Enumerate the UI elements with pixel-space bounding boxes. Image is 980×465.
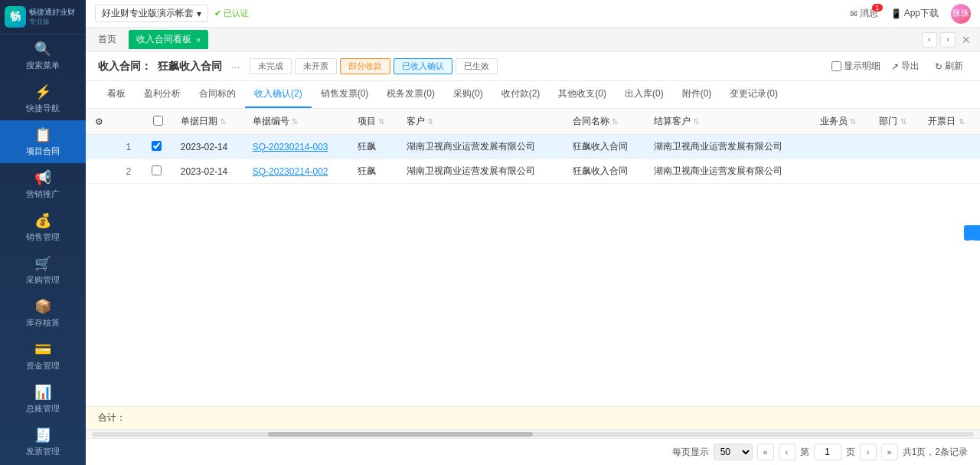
page-size-select[interactable]: 20 50 100 (714, 444, 753, 460)
status-btn-3[interactable]: 已收入确认 (394, 58, 452, 74)
cell-salesperson-1 (812, 159, 872, 184)
col-salesperson[interactable]: 业务员 ⇅ (812, 109, 872, 135)
col-code[interactable]: 单据编号 ⇅ (245, 109, 350, 135)
code-link-1[interactable]: SQ-20230214-002 (253, 166, 328, 177)
cell-department-1 (871, 159, 920, 184)
code-link-0[interactable]: SQ-20230214-003 (253, 142, 328, 152)
app-logo: 畅 畅捷通好业财 专业版 (0, 0, 86, 34)
sidebar-item-5[interactable]: 🛒采购管理 (0, 249, 86, 292)
scroll-indicator[interactable] (86, 429, 980, 438)
row-checkbox-0[interactable] (152, 141, 162, 151)
col-settings[interactable]: ⚙ (86, 109, 113, 135)
status-btn-1[interactable]: 未开票 (295, 58, 337, 74)
status-btn-2[interactable]: 部分收款 (340, 58, 390, 74)
sidebar-item-6[interactable]: 📦库存核算 (0, 292, 86, 335)
col-department[interactable]: 部门 ⇅ (871, 109, 920, 135)
message-action[interactable]: ✉ 消息 1 (850, 7, 878, 20)
refresh-btn[interactable]: ↻ 刷新 (930, 58, 968, 74)
cell-num-1: 2 (113, 159, 144, 184)
sidebar-item-0[interactable]: 🔍搜索菜单 (0, 34, 86, 77)
sidebar-item-4[interactable]: 💰销售管理 (0, 206, 86, 249)
subtabs: 看板盈利分析合同标的收入确认(2)销售发票(0)税务发票(0)采购(0)收付款(… (86, 81, 980, 109)
page-input[interactable] (814, 444, 841, 460)
sort-salesperson-icon: ⇅ (850, 117, 856, 126)
home-tab[interactable]: 首页 (92, 33, 122, 46)
subtab-10[interactable]: 附件(0) (673, 81, 721, 108)
per-page-label: 每页显示 (672, 446, 709, 459)
status-btn-4[interactable]: 已生效 (456, 58, 498, 74)
next-page-btn[interactable]: › (860, 444, 877, 460)
next-tab-btn[interactable]: › (940, 32, 956, 47)
refresh-label: 刷新 (945, 60, 963, 73)
sidebar-item-1[interactable]: ⚡快捷导航 (0, 77, 86, 120)
col-open-date[interactable]: 开票日 ⇅ (920, 109, 980, 135)
more-btn[interactable]: ··· (228, 61, 243, 73)
col-customer-label: 客户 (407, 116, 425, 126)
company-select[interactable]: 好业财专业版演示帐套 ▾ (95, 5, 208, 22)
sidebar-item-2[interactable]: 📋项目合同 (0, 120, 86, 163)
sidebar-item-9[interactable]: 🧾发票管理 (0, 421, 86, 463)
scroll-thumb[interactable] (268, 432, 533, 437)
cell-check-1[interactable] (144, 159, 173, 184)
avatar: 珠珠 (951, 4, 971, 24)
table-area: ⚙ 单据日期 ⇅ 单据编号 ⇅ 项目 ⇅ 客户 ⇅ 合同名称 ⇅ 结算客户 ⇅ … (86, 109, 980, 406)
col-settlement[interactable]: 结算客户 ⇅ (646, 109, 812, 135)
sort-date-icon: ⇅ (220, 117, 226, 126)
cell-department-0 (871, 135, 920, 159)
message-icon: ✉ (850, 8, 858, 19)
user-action[interactable]: 珠珠 (951, 4, 971, 24)
cell-code-0[interactable]: SQ-20230214-003 (245, 135, 350, 159)
show-detail-checkbox[interactable] (831, 61, 841, 71)
prev-page-btn[interactable]: ‹ (779, 444, 795, 460)
subtab-1[interactable]: 盈利分析 (135, 81, 190, 108)
last-page-btn[interactable]: » (881, 444, 898, 460)
table-row-1[interactable]: 2 2023-02-14 SQ-20230214-002 狂飙 湖南卫视商业运营… (86, 159, 980, 184)
subtab-2[interactable]: 合同标的 (190, 81, 245, 108)
scroll-track[interactable] (92, 432, 974, 437)
cell-customer-0: 湖南卫视商业运营发展有限公司 (399, 135, 565, 159)
col-date[interactable]: 单据日期 ⇅ (173, 109, 245, 135)
active-tab[interactable]: 收入合同看板 × (129, 30, 208, 49)
sidebar-label-0: 搜索菜单 (26, 60, 60, 71)
select-all-checkbox[interactable] (153, 116, 163, 126)
sidebar-item-8[interactable]: 📊总账管理 (0, 378, 86, 421)
status-btn-0[interactable]: 未完成 (250, 58, 292, 74)
app-type: 专业版 (29, 17, 75, 27)
subtab-6[interactable]: 采购(0) (444, 81, 492, 108)
col-customer[interactable]: 客户 ⇅ (399, 109, 565, 135)
right-edge-btn[interactable]: 快捷操作 (964, 225, 980, 241)
first-page-btn[interactable]: « (757, 444, 774, 460)
subtab-7[interactable]: 收付款(2) (492, 81, 550, 108)
export-btn[interactable]: ↗ 导出 (887, 58, 924, 74)
cell-code-1[interactable]: SQ-20230214-002 (245, 159, 350, 184)
sidebar-item-3[interactable]: 📢营销推广 (0, 163, 86, 206)
close-window-btn[interactable]: ✕ (959, 32, 974, 47)
refresh-icon: ↻ (935, 61, 942, 72)
topbar-left: 好业财专业版演示帐套 ▾ ✔ 已认证 (95, 5, 249, 22)
subtab-4[interactable]: 销售发票(0) (312, 81, 378, 108)
cell-date-1: 2023-02-14 (173, 159, 245, 184)
row-checkbox-1[interactable] (152, 165, 162, 175)
sort-customer-icon: ⇅ (427, 117, 433, 126)
sidebar-icon-2: 📋 (34, 126, 51, 143)
prev-tab-btn[interactable]: ‹ (922, 32, 937, 47)
cell-open-date-1 (920, 159, 980, 184)
show-detail-label: 显示明细 (844, 60, 880, 73)
col-check[interactable] (144, 109, 173, 135)
cell-check-0[interactable] (144, 135, 173, 159)
subtab-5[interactable]: 税务发票(0) (377, 81, 444, 108)
sidebar-item-7[interactable]: 💳资金管理 (0, 335, 86, 378)
col-project[interactable]: 项目 ⇅ (350, 109, 399, 135)
app-download-action[interactable]: 📱 App下载 (890, 7, 939, 20)
show-detail-toggle[interactable]: 显示明细 (831, 60, 880, 73)
sort-department-icon: ⇅ (900, 117, 906, 126)
total-row: 合计： (86, 406, 980, 429)
tab-close-btn[interactable]: × (196, 35, 201, 44)
subtab-11[interactable]: 变更记录(0) (720, 81, 787, 108)
subtab-0[interactable]: 看板 (98, 81, 135, 108)
subtab-8[interactable]: 其他收支(0) (549, 81, 616, 108)
table-row-0[interactable]: 1 2023-02-14 SQ-20230214-003 狂飙 湖南卫视商业运营… (86, 135, 980, 159)
subtab-3[interactable]: 收入确认(2) (245, 81, 312, 108)
col-contract[interactable]: 合同名称 ⇅ (565, 109, 646, 135)
subtab-9[interactable]: 出入库(0) (616, 81, 673, 108)
